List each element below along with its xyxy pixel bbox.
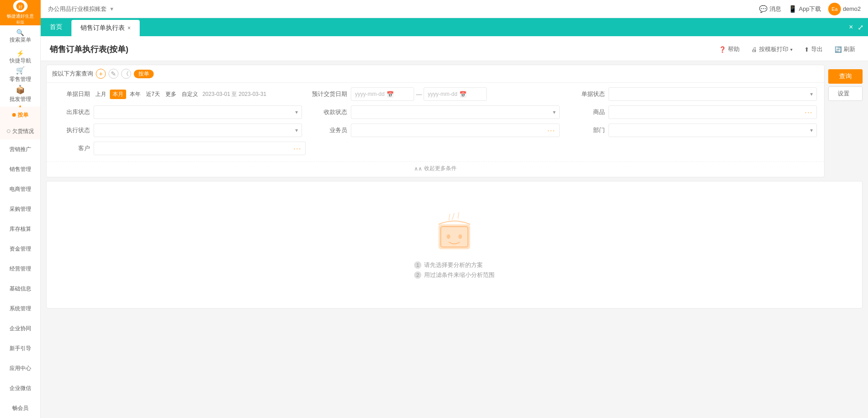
sidebar-item-member[interactable]: 畅会员: [0, 398, 40, 418]
forecast-date-start[interactable]: yyyy-mm-dd 📅: [351, 87, 414, 101]
sidebar-newbie-label: 新手引导: [9, 345, 31, 352]
customer-input[interactable]: ···: [94, 142, 306, 155]
goods-dots[interactable]: ···: [805, 109, 813, 116]
sidebar-item-purchase[interactable]: 采购管理: [0, 199, 40, 219]
sidebar-sub-press-label: 按单: [18, 111, 28, 119]
sidebar-sub-press[interactable]: 按单: [0, 107, 40, 123]
customer-dots[interactable]: ···: [293, 145, 302, 152]
out-status-select[interactable]: ▾: [94, 105, 302, 119]
sidebar-item-finance[interactable]: 资金管理: [0, 239, 40, 259]
logo-icon: 好: [13, 0, 28, 12]
add-icon: +: [99, 70, 103, 77]
avatar-text: Ea: [832, 6, 838, 12]
edit-scheme-button[interactable]: ✎: [108, 69, 118, 79]
sidebar-basic-label: 基础信息: [9, 285, 31, 293]
add-scheme-button[interactable]: +: [96, 69, 106, 79]
single-status-select[interactable]: ▾: [609, 87, 817, 101]
sidebar-item-sales[interactable]: 销售管理: [0, 159, 40, 179]
tab-close-icon[interactable]: ×: [127, 25, 131, 31]
breadcrumb-arrow-icon[interactable]: ▾: [110, 5, 113, 12]
sidebar-item-ecommerce[interactable]: 电商管理: [0, 179, 40, 199]
sidebar-item-system[interactable]: 系统管理: [0, 299, 40, 318]
out-status-label: 出库状态: [54, 108, 90, 116]
collapse-more-button[interactable]: ∧∧ 收起更多条件: [414, 165, 457, 172]
date-tab-custom[interactable]: 自定义: [180, 90, 200, 99]
search-area: 按以下方案查询 + ✎ 《 按单: [46, 65, 863, 177]
date-tab-thisyear[interactable]: 本年: [128, 90, 142, 99]
dept-select[interactable]: ▾: [609, 124, 817, 137]
sidebar-sub-debt[interactable]: 欠货情况: [0, 123, 40, 139]
sidebar-ecommerce-label: 电商管理: [9, 185, 31, 193]
date-field-group: 上月 本月 本年 近7天 更多 自定义 2023-03-01 至 2023-03…: [94, 90, 302, 99]
export-icon: ⬆: [804, 46, 809, 53]
sidebar-item-corpwechat[interactable]: 企业微信: [0, 378, 40, 398]
refresh-label: 刷新: [844, 45, 855, 53]
print-button[interactable]: 🖨 按模板打印 ▾: [748, 43, 796, 55]
sidebar-search[interactable]: 🔍 搜索菜单: [9, 25, 31, 47]
forecast-date-end[interactable]: yyyy-mm-dd 📅: [424, 87, 487, 101]
search-field-date: 单据日期 上月 本月 本年 近7天 更多 自定义 20: [54, 90, 302, 99]
help-label: 帮助: [728, 45, 740, 53]
topbar-appdownload-btn[interactable]: 📱 App下载: [788, 5, 821, 13]
exec-status-label: 执行状态: [54, 126, 90, 134]
salesman-input[interactable]: ···: [351, 124, 559, 137]
refresh-button[interactable]: 🔄 刷新: [831, 43, 859, 55]
sidebar-item-inventory[interactable]: 库存核算: [0, 219, 40, 239]
salesman-dots[interactable]: ···: [547, 127, 556, 134]
sidebar-system-label: 系统管理: [9, 305, 31, 313]
single-status-label: 单据状态: [569, 90, 605, 98]
active-scheme-tag[interactable]: 按单: [134, 70, 154, 78]
recv-status-select[interactable]: ▾: [351, 105, 559, 119]
search-field-dept: 部门 ▾: [569, 124, 817, 137]
recv-status-arrow: ▾: [553, 109, 556, 115]
sidebar-item-retail[interactable]: 🛒 零售管理 ▾: [0, 67, 40, 87]
sidebar-item-corp[interactable]: 企业协同: [0, 318, 40, 338]
edit-icon: ✎: [111, 70, 116, 77]
set-button[interactable]: 设置: [828, 86, 863, 101]
sidebar-sub-debt-label: 欠货情况: [12, 128, 34, 135]
date-tab-more[interactable]: 更多: [164, 90, 178, 99]
sidebar-operation-label: 经营管理: [9, 265, 31, 273]
sidebar-item-operation[interactable]: 经营管理: [0, 259, 40, 279]
sidebar-item-marketing[interactable]: 营销推广: [0, 139, 40, 159]
forecast-date-label: 预计交货日期: [311, 90, 347, 98]
help-button[interactable]: ❓ 帮助: [715, 43, 743, 55]
tab-active[interactable]: 销售订单执行表 ×: [71, 20, 140, 36]
window-close-icon[interactable]: ×: [849, 23, 853, 31]
tab-active-label: 销售订单执行表: [80, 24, 125, 32]
date-tab-7days[interactable]: 近7天: [144, 90, 162, 99]
topbar-msg-btn[interactable]: 💬 消息: [759, 5, 781, 13]
print-label: 按模板打印: [759, 45, 788, 53]
sidebar-quicknav-label: 快捷导航: [9, 57, 31, 65]
sidebar-retail-label: 零售管理: [9, 76, 31, 83]
hint-num-2: 2: [414, 271, 421, 279]
query-button[interactable]: 查询: [828, 69, 863, 84]
hint-text-1: 请先选择要分析的方案: [424, 261, 483, 269]
topbar-left: 办公用品行业模拟账套 ▾: [48, 5, 113, 13]
goods-input[interactable]: ···: [609, 105, 817, 119]
sidebar-quicknav[interactable]: ⚡ 快捷导航: [9, 47, 31, 67]
export-button[interactable]: ⬆ 导出: [801, 43, 826, 55]
collapse-up-icon: ∧∧: [414, 166, 422, 172]
date-tab-thismonth[interactable]: 本月: [110, 90, 126, 99]
collapse-scheme-button[interactable]: 《: [121, 69, 131, 79]
sidebar-sales-label: 销售管理: [9, 166, 31, 173]
print-arrow-icon: ▾: [790, 47, 793, 52]
refresh-icon: 🔄: [835, 46, 842, 53]
page-header: 销售订单执行表(按单) ❓ 帮助 🖨 按模板打印 ▾ ⬆ 导出 🔄 刷新: [41, 36, 868, 61]
recv-status-label: 收款状态: [311, 108, 347, 116]
date-tab-lastmonth[interactable]: 上月: [94, 90, 108, 99]
tab-home[interactable]: 首页: [41, 18, 71, 36]
exec-status-select[interactable]: ▾: [94, 124, 302, 137]
collapse-icon: 《: [123, 70, 129, 78]
sidebar-item-appcenter[interactable]: 应用中心: [0, 358, 40, 378]
topbar-user[interactable]: Ea demo2: [828, 3, 861, 15]
sidebar-item-wholesale[interactable]: 📦 批发管理 ▴: [0, 87, 40, 107]
dept-arrow: ▾: [810, 127, 813, 133]
sidebar-item-basic[interactable]: 基础信息: [0, 279, 40, 299]
customer-label: 客户: [54, 144, 90, 152]
sidebar-item-newbie[interactable]: 新手引导: [0, 338, 40, 358]
svg-text:好: 好: [18, 5, 22, 9]
svg-line-6: [452, 213, 454, 220]
window-expand-icon[interactable]: ⤢: [858, 23, 863, 32]
